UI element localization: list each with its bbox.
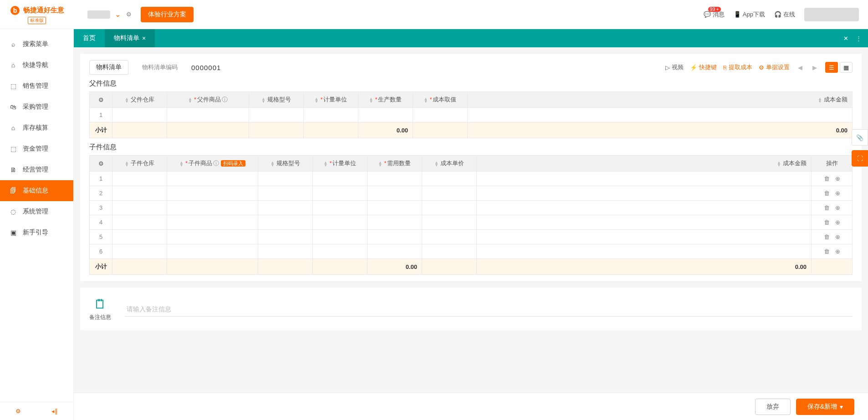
video-action[interactable]: ▷视频 <box>665 63 684 71</box>
parent-gear-header[interactable]: ⚙ <box>90 92 112 108</box>
parent-col-qty[interactable]: ▲▼*生产数量 <box>358 92 413 108</box>
cell[interactable] <box>477 230 812 244</box>
add-row-icon[interactable]: ⊕ <box>835 204 840 211</box>
sidebar-item-7[interactable]: 🗐基础信息 <box>0 180 73 201</box>
sidebar-item-6[interactable]: 🗎经营管理 <box>0 159 73 180</box>
cell[interactable] <box>313 244 368 259</box>
cell[interactable] <box>167 108 249 122</box>
tab-bom[interactable]: 物料清单 × <box>105 29 155 47</box>
sidebar-item-2[interactable]: ⬚销售管理 <box>0 76 73 96</box>
sidebar-item-4[interactable]: ⌂库存核算 <box>0 117 73 138</box>
cell[interactable] <box>368 201 422 215</box>
cell[interactable] <box>112 172 167 186</box>
delete-row-icon[interactable]: 🗑 <box>824 204 830 211</box>
sidebar-collapse-icon[interactable]: ◂‖ <box>51 408 58 415</box>
cell[interactable] <box>313 186 368 201</box>
cell[interactable] <box>477 244 812 259</box>
cell[interactable] <box>422 201 477 215</box>
expand-float-button[interactable]: ⛶ <box>852 150 868 167</box>
sidebar-item-9[interactable]: ▣新手引导 <box>0 222 73 243</box>
cell[interactable] <box>258 215 313 230</box>
tabbar-more-icon[interactable]: ⋮ <box>854 33 863 44</box>
workspace-settings-icon[interactable]: ⚙ <box>126 11 132 18</box>
cell[interactable] <box>368 230 422 244</box>
cell[interactable] <box>112 108 167 122</box>
view-list-button[interactable]: ☰ <box>825 62 838 73</box>
cell[interactable] <box>167 201 258 215</box>
child-gear-header[interactable]: ⚙ <box>90 156 112 172</box>
cell[interactable] <box>313 230 368 244</box>
attachment-float-button[interactable]: 📎 <box>852 129 868 146</box>
cell[interactable] <box>258 201 313 215</box>
cta-experience-button[interactable]: 体验行业方案 <box>141 7 194 22</box>
app-download-link[interactable]: 📱 App下载 <box>734 10 765 19</box>
tab-home[interactable]: 首页 <box>74 29 105 47</box>
add-row-icon[interactable]: ⊕ <box>835 219 840 226</box>
cell[interactable] <box>422 172 477 186</box>
table-row[interactable]: 5🗑⊕ <box>90 230 853 244</box>
delete-row-icon[interactable]: 🗑 <box>824 190 830 197</box>
child-col-unit[interactable]: ▲▼*计量单位 <box>313 156 368 172</box>
cell[interactable] <box>368 215 422 230</box>
cell[interactable] <box>313 215 368 230</box>
child-col-cost-amount[interactable]: ▲▼成本金额 <box>477 156 812 172</box>
child-col-unit-cost[interactable]: ▲▼成本单价 <box>422 156 477 172</box>
sidebar-item-0[interactable]: ⌕搜索菜单 <box>0 34 73 55</box>
add-row-icon[interactable]: ⊕ <box>835 233 840 240</box>
table-row[interactable]: 3🗑⊕ <box>90 201 853 215</box>
cell[interactable] <box>477 172 812 186</box>
cell[interactable] <box>422 215 477 230</box>
cell[interactable] <box>258 230 313 244</box>
messages-link[interactable]: 💬 消息 99 + <box>704 10 725 19</box>
child-col-spec[interactable]: ▲▼规格型号 <box>258 156 313 172</box>
table-row[interactable]: 1🗑⊕ <box>90 172 853 186</box>
sidebar-item-3[interactable]: 🛍采购管理 <box>0 96 73 117</box>
cell[interactable] <box>167 215 258 230</box>
cell[interactable] <box>112 215 167 230</box>
doc-settings-action[interactable]: ⚙单据设置 <box>759 63 790 71</box>
delete-row-icon[interactable]: 🗑 <box>824 233 830 240</box>
delete-row-icon[interactable]: 🗑 <box>824 175 830 182</box>
help-icon[interactable]: ⓘ <box>222 96 228 103</box>
workspace-selector[interactable]: ⌄ <box>87 10 121 19</box>
sidebar-item-5[interactable]: ⬚资金管理 <box>0 138 73 159</box>
cell[interactable] <box>112 244 167 259</box>
shortcut-action[interactable]: ⚡快捷键 <box>690 63 717 71</box>
parent-col-spec[interactable]: ▲▼规格型号 <box>249 92 304 108</box>
cell[interactable] <box>358 108 413 122</box>
parent-col-unit[interactable]: ▲▼*计量单位 <box>304 92 358 108</box>
tab-bom-close-icon[interactable]: × <box>142 35 146 42</box>
child-col-qty[interactable]: ▲▼*需用数量 <box>368 156 422 172</box>
cell[interactable] <box>477 201 812 215</box>
cell[interactable] <box>167 244 258 259</box>
discard-button[interactable]: 放弃 <box>755 399 791 415</box>
cell[interactable] <box>313 172 368 186</box>
remark-input[interactable] <box>125 302 853 317</box>
add-row-icon[interactable]: ⊕ <box>835 175 840 182</box>
cell[interactable] <box>477 215 812 230</box>
cell[interactable] <box>112 201 167 215</box>
cell[interactable] <box>258 186 313 201</box>
cell[interactable] <box>422 230 477 244</box>
cell[interactable] <box>258 172 313 186</box>
parent-col-cost-amount[interactable]: ▲▼成本金额 <box>468 92 853 108</box>
parent-col-warehouse[interactable]: ▲▼父件仓库 <box>112 92 167 108</box>
table-row[interactable]: 2🗑⊕ <box>90 186 853 201</box>
sidebar-settings-icon[interactable]: ⚙ <box>15 408 21 415</box>
cell[interactable] <box>167 230 258 244</box>
online-support-link[interactable]: 🎧 在线 <box>774 10 795 19</box>
cell[interactable] <box>422 186 477 201</box>
cell[interactable] <box>413 108 468 122</box>
add-row-icon[interactable]: ⊕ <box>835 190 840 197</box>
extract-cost-action[interactable]: ⎘提取成本 <box>723 63 752 71</box>
save-new-button[interactable]: 保存&新增 ▾ <box>796 399 854 415</box>
add-row-icon[interactable]: ⊕ <box>835 248 840 255</box>
cell[interactable] <box>477 186 812 201</box>
cell[interactable] <box>368 172 422 186</box>
cell[interactable] <box>368 186 422 201</box>
delete-row-icon[interactable]: 🗑 <box>824 219 830 226</box>
prev-doc-icon[interactable]: ◀ <box>796 64 804 71</box>
table-row[interactable]: 6🗑⊕ <box>90 244 853 259</box>
child-col-warehouse[interactable]: ▲▼子件仓库 <box>112 156 167 172</box>
cell[interactable] <box>368 244 422 259</box>
